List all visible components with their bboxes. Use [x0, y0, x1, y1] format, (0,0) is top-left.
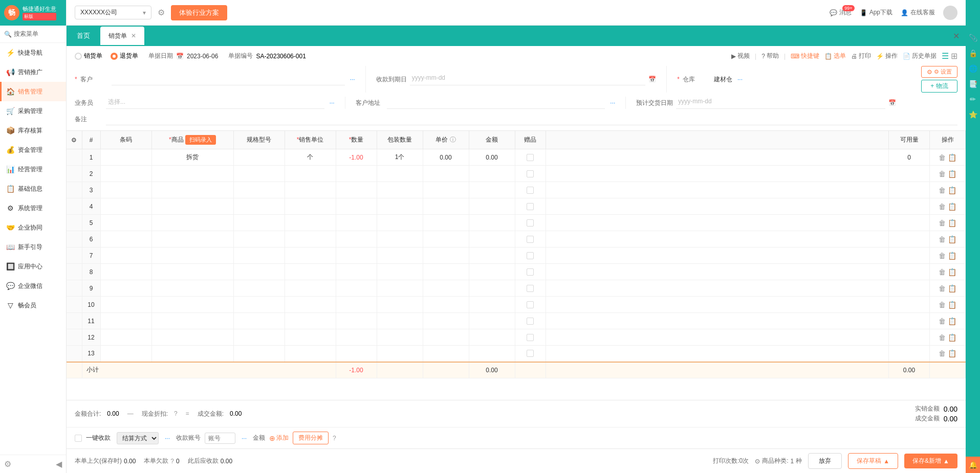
right-panel-icon-3[interactable]: 🌐 — [969, 61, 977, 76]
right-panel-icon-2[interactable]: 🔒 — [969, 46, 977, 60]
payment-method-dots[interactable]: ··· — [165, 435, 170, 442]
trial-button[interactable]: 体验行业方案 — [171, 5, 227, 20]
addr-dots-icon[interactable]: ··· — [610, 99, 615, 106]
row-copy-icon[interactable]: 📋 — [948, 268, 956, 276]
right-panel-icon-4[interactable]: 📑 — [969, 77, 977, 91]
row-delete-icon[interactable]: 🗑 — [939, 235, 946, 243]
sidebar-settings-icon[interactable]: ⚙ — [4, 459, 11, 469]
avatar[interactable] — [943, 6, 957, 20]
toolbar-operation-btn[interactable]: ⚡ 操作 — [876, 52, 898, 60]
notes-input[interactable] — [106, 113, 957, 125]
row-delete-icon[interactable]: 🗑 — [939, 219, 946, 227]
row-copy-icon[interactable]: 📋 — [948, 301, 956, 309]
radio-sale[interactable]: 销货单 — [75, 52, 102, 60]
customer-dots-icon[interactable]: ··· — [350, 76, 355, 83]
logistics-button[interactable]: + 物流 — [921, 80, 957, 93]
table-scroll[interactable]: ⚙ # 条码 *商品 扫码录入 规格型号 *销售单位 — [67, 131, 966, 400]
row-copy-icon[interactable]: 📋 — [948, 252, 956, 260]
payment-method-select[interactable]: 结算方式 — [117, 432, 159, 444]
row-copy-icon[interactable]: 📋 — [948, 317, 956, 325]
toolbar-help-btn[interactable]: ? 帮助 — [761, 52, 779, 60]
expected-date-input[interactable]: yyyy-mm-dd — [676, 97, 885, 109]
payment-help-icon[interactable]: ? — [333, 435, 336, 442]
warehouse-dots-icon[interactable]: ··· — [737, 76, 743, 83]
sidebar-item-operation[interactable]: 📊 经营管理 — [0, 160, 66, 179]
sidebar-item-basic[interactable]: 📋 基础信息 — [0, 179, 66, 198]
toolbar-print-btn[interactable]: 🖨 打印 — [851, 52, 871, 60]
app-download-button[interactable]: 📱 App下载 — [860, 8, 892, 17]
row-delete-icon[interactable]: 🗑 — [939, 170, 946, 178]
row-copy-icon[interactable]: 📋 — [948, 235, 956, 243]
sidebar-item-guide[interactable]: 📖 新手引导 — [0, 237, 66, 257]
sidebar-item-purchase[interactable]: 🛒 采购管理 — [0, 101, 66, 121]
radio-return[interactable]: 退货单 — [111, 52, 138, 60]
tab-sale-order[interactable]: 销货单 ✕ — [100, 27, 144, 45]
one-click-payment-checkbox[interactable] — [75, 435, 82, 442]
right-panel-orange-btn[interactable]: 🔔 — [966, 457, 980, 473]
salesperson-input[interactable]: 选择... — [106, 97, 324, 109]
company-selector[interactable]: XXXXXX公司 ▾ — [75, 6, 151, 19]
row-copy-icon[interactable]: 📋 — [948, 186, 956, 194]
row-delete-icon[interactable]: 🗑 — [939, 333, 946, 342]
sidebar-item-quick-nav[interactable]: ⚡ 快捷导航 — [0, 43, 66, 62]
row-product-cell[interactable]: 拆货 — [151, 149, 233, 166]
grid-view-icon[interactable]: ⊞ — [951, 51, 957, 61]
save-new-button[interactable]: 保存&新增 ▲ — [904, 454, 957, 468]
row-gift-cell[interactable] — [515, 149, 546, 166]
row-copy-icon[interactable]: 📋 — [948, 349, 956, 357]
settings-button[interactable]: ⚙ ⚙ 设置 — [921, 66, 957, 78]
row-copy-icon[interactable]: 📋 — [948, 333, 956, 342]
row-delete-icon[interactable]: 🗑 — [939, 153, 946, 162]
tab-close-icon[interactable]: ✕ — [131, 32, 136, 39]
tab-bar-close-icon[interactable]: ✕ — [947, 31, 966, 41]
tab-home[interactable]: 首页 — [67, 26, 100, 46]
right-panel-icon-1[interactable]: 📎 — [969, 31, 977, 45]
salesperson-dots-icon[interactable]: ··· — [330, 99, 335, 106]
toolbar-history-btn[interactable]: 📄 历史单据 — [903, 52, 937, 60]
row-spec-cell[interactable] — [233, 149, 285, 166]
sidebar-item-sales[interactable]: 🏠 销售管理 — [0, 82, 66, 101]
sidebar-item-appcenter[interactable]: 🔲 应用中心 — [0, 257, 66, 276]
sidebar-item-inventory[interactable]: 📦 库存核算 — [0, 121, 66, 140]
col-gear[interactable]: ⚙ — [67, 131, 82, 149]
sidebar-collapse-icon[interactable]: ◀ — [56, 459, 62, 469]
row-amount-cell[interactable]: 0.00 — [469, 149, 515, 166]
online-service-button[interactable]: 👤 在线客服 — [901, 8, 935, 17]
toolbar-shortcut-btn[interactable]: ⌨ 快捷键 — [791, 52, 819, 60]
payment-cal-icon[interactable]: 📅 — [648, 76, 656, 83]
topbar-gear-icon[interactable]: ⚙ — [158, 8, 165, 17]
row-copy-icon[interactable]: 📋 — [948, 202, 956, 211]
customer-addr-input[interactable] — [387, 97, 605, 109]
row-delete-icon[interactable]: 🗑 — [939, 349, 946, 357]
toolbar-video-btn[interactable]: ▶ 视频 — [731, 52, 750, 60]
sidebar-item-marketing[interactable]: 📢 营销推广 — [0, 62, 66, 82]
payment-add-button[interactable]: ⊕ 添加 — [269, 434, 289, 442]
scan-button[interactable]: 扫码录入 — [185, 135, 216, 145]
row-delete-icon[interactable]: 🗑 — [939, 186, 946, 194]
row-pack-qty-cell[interactable]: 1个 — [377, 149, 423, 166]
sidebar-search[interactable]: 🔍 搜索菜单 — [0, 26, 66, 43]
payment-due-input[interactable]: yyyy-mm-dd — [410, 73, 646, 85]
row-delete-icon[interactable]: 🗑 — [939, 268, 946, 276]
row-copy-icon[interactable]: 📋 — [948, 153, 956, 162]
sidebar-item-member[interactable]: ▽ 畅会员 — [0, 296, 66, 315]
save-draft-button[interactable]: 保存草稿 ▲ — [848, 453, 898, 469]
message-button[interactable]: 💬 消息 99+ — [830, 8, 852, 17]
list-view-icon[interactable]: ☰ — [942, 51, 949, 61]
row-copy-icon[interactable]: 📋 — [948, 284, 956, 292]
row-qty-cell[interactable]: -1.00 — [336, 149, 377, 166]
row-delete-icon[interactable]: 🗑 — [939, 284, 946, 292]
right-panel-icon-5[interactable]: ✏ — [970, 92, 976, 106]
row-copy-icon[interactable]: 📋 — [948, 170, 956, 178]
payment-account-input[interactable] — [205, 433, 235, 444]
sidebar-item-enterprise[interactable]: 🤝 企业协同 — [0, 218, 66, 237]
expected-cal-icon[interactable]: 📅 — [888, 99, 896, 106]
sidebar-item-wechat[interactable]: 💬 企业微信 — [0, 276, 66, 296]
row-barcode-cell[interactable] — [100, 149, 151, 166]
customer-input[interactable] — [112, 73, 345, 85]
row-unit-cell[interactable]: 个 — [285, 149, 336, 166]
right-panel-icon-6[interactable]: ⭐ — [969, 107, 977, 122]
row-copy-icon[interactable]: 📋 — [948, 219, 956, 227]
row-delete-icon[interactable]: 🗑 — [939, 301, 946, 309]
abandon-button[interactable]: 放弃 — [808, 453, 842, 469]
